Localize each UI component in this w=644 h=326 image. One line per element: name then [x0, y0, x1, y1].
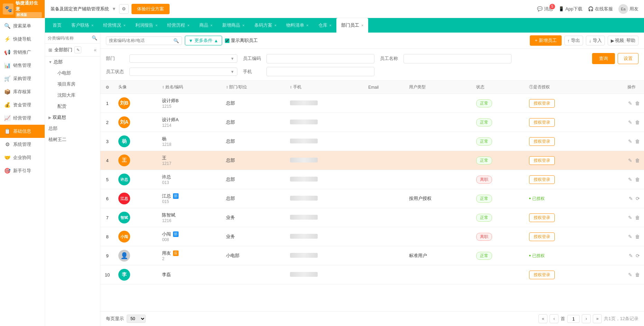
- dept-item-shuangting[interactable]: ▶ 双庭想: [45, 112, 100, 123]
- tab-bom-close[interactable]: ×: [306, 23, 308, 27]
- dept-item-distribution[interactable]: 配货: [51, 101, 100, 112]
- delete-button-row4[interactable]: 🗑: [635, 158, 640, 163]
- sidebar-item-enterprise[interactable]: 🤝 企业协同: [0, 151, 45, 164]
- emp-name-input[interactable]: [403, 54, 511, 63]
- edit-button-row1[interactable]: ✎: [628, 100, 632, 106]
- dept-item-zongbu[interactable]: 总部: [45, 123, 100, 134]
- page-number-input[interactable]: [567, 315, 580, 323]
- last-page-button[interactable]: »: [593, 314, 602, 323]
- resigned-checkbox-input[interactable]: [225, 38, 229, 43]
- gear-button[interactable]: ⚙: [119, 4, 129, 14]
- auth-button-row1[interactable]: 授权登录: [529, 99, 555, 108]
- prev-page-button[interactable]: ‹: [550, 314, 559, 323]
- dept-search-input[interactable]: [48, 36, 90, 41]
- sidebar-item-system[interactable]: ⚙ 系统管理: [0, 138, 45, 151]
- sidebar-item-search[interactable]: 🔍 搜索菜单: [0, 19, 45, 33]
- dept-collapse-button[interactable]: «: [94, 47, 97, 53]
- dept-select[interactable]: ▼: [129, 54, 237, 63]
- delete-button-row6[interactable]: ⟳: [636, 196, 640, 201]
- tab-warehouse-close[interactable]: ×: [329, 23, 332, 27]
- first-page-button[interactable]: «: [538, 314, 547, 323]
- tab-employees[interactable]: 部门员工×: [336, 18, 368, 33]
- show-resigned-checkbox[interactable]: 显示离职员工: [225, 37, 258, 44]
- auth-button-row10[interactable]: 授权登录: [529, 271, 555, 279]
- dept-item-shenyang[interactable]: 沈阳大库: [51, 90, 100, 101]
- emp-code-input[interactable]: [266, 54, 374, 63]
- sidebar-item-guide[interactable]: 🎯 新手引导: [0, 164, 45, 177]
- edit-button-row5[interactable]: ✎: [628, 177, 632, 182]
- sidebar-item-marketing[interactable]: 📢 营销推广: [0, 46, 45, 59]
- col-phone[interactable]: ↕ 手机: [286, 81, 364, 94]
- edit-button-row6[interactable]: ✎: [629, 196, 633, 201]
- tab-bom[interactable]: 物料清单×: [281, 18, 313, 33]
- edit-button-row7[interactable]: ✎: [628, 215, 632, 220]
- tab-operations[interactable]: 经营情况×: [98, 18, 130, 33]
- delete-button-row10[interactable]: 🗑: [635, 272, 640, 277]
- sidebar-item-operations[interactable]: 📈 经营管理: [0, 112, 45, 125]
- online-support-button[interactable]: 🎧 在线客服: [588, 6, 613, 12]
- tab-history[interactable]: 经营历程×: [162, 18, 194, 33]
- tab-operations-close[interactable]: ×: [123, 23, 125, 27]
- tab-barcode[interactable]: 条码方案×: [250, 18, 281, 33]
- edit-button-row10[interactable]: ✎: [628, 272, 632, 277]
- user-menu[interactable]: Ea 用友: [618, 4, 638, 14]
- app-download-button[interactable]: 📱 App下载: [559, 6, 582, 12]
- dept-item-zhishu[interactable]: 植树王二: [45, 134, 100, 145]
- tab-customer-close[interactable]: ×: [91, 23, 93, 27]
- dept-item-headquarters-parent[interactable]: ▼ 总部: [45, 56, 100, 68]
- sidebar-item-inventory[interactable]: 📦 库存核算: [0, 85, 45, 98]
- delete-button-row7[interactable]: 🗑: [635, 215, 640, 220]
- trial-button[interactable]: 体验行业方案: [131, 4, 170, 14]
- auth-button-row4[interactable]: 授权登录: [529, 156, 555, 165]
- tab-home[interactable]: 首页: [48, 18, 66, 33]
- auth-button-row2[interactable]: 授权登录: [529, 118, 555, 127]
- setting-button[interactable]: 设置: [618, 53, 638, 64]
- delete-button-row9[interactable]: ⟳: [636, 253, 640, 258]
- dept-item-projectroom[interactable]: 项目库房: [51, 79, 100, 90]
- view-button[interactable]: ▶ 视频 | 帮助: [608, 36, 638, 45]
- add-employee-button[interactable]: + 新增员工: [530, 35, 561, 46]
- sidebar-item-purchase[interactable]: 🛒 采购管理: [0, 72, 45, 85]
- dept-edit-button[interactable]: ✎: [74, 46, 81, 53]
- edit-button-row2[interactable]: ✎: [628, 120, 632, 125]
- sidebar-item-basic[interactable]: 📋 基础信息: [0, 125, 45, 138]
- auth-button-row8[interactable]: 授权登录: [529, 232, 555, 241]
- tab-customer[interactable]: 客户联络×: [66, 18, 98, 33]
- tab-new-goods[interactable]: 新增商品×: [217, 18, 249, 33]
- tab-goods[interactable]: 商品×: [194, 18, 217, 33]
- tab-goods-close[interactable]: ×: [210, 23, 212, 27]
- delete-button-row5[interactable]: 🗑: [635, 177, 640, 182]
- auth-button-row5[interactable]: 授权登录: [529, 175, 555, 184]
- delete-button-row1[interactable]: 🗑: [635, 100, 640, 106]
- tab-barcode-close[interactable]: ×: [274, 23, 276, 27]
- delete-button-row3[interactable]: 🗑: [635, 139, 640, 144]
- message-button[interactable]: 💬 消息 5: [537, 6, 553, 12]
- sidebar-item-sales[interactable]: 📊 销售管理: [0, 59, 45, 72]
- tab-profit[interactable]: 利润报告×: [130, 18, 162, 33]
- delete-button-row8[interactable]: 🗑: [635, 234, 640, 239]
- export-button[interactable]: ↑ 导出: [564, 36, 583, 45]
- employee-search-input[interactable]: [109, 38, 172, 43]
- tab-new-goods-close[interactable]: ×: [242, 23, 244, 27]
- phone-input[interactable]: [266, 67, 374, 76]
- more-filters-button[interactable]: ▼ 更多条件 ▲: [185, 36, 222, 45]
- next-page-button[interactable]: ›: [582, 314, 591, 323]
- import-button[interactable]: ↓ 导入: [586, 36, 605, 45]
- search-button[interactable]: 查询: [592, 53, 615, 64]
- dept-item-electronics[interactable]: 小电部: [51, 68, 100, 79]
- col-name-code[interactable]: ↕ 姓名/编码: [158, 81, 222, 94]
- delete-button-row2[interactable]: 🗑: [635, 120, 640, 125]
- edit-button-row4[interactable]: ✎: [628, 158, 632, 163]
- tab-profit-close[interactable]: ×: [155, 23, 157, 27]
- sidebar-item-finance[interactable]: 💰 资金管理: [0, 98, 45, 112]
- auth-button-row7[interactable]: 授权登录: [529, 213, 555, 222]
- sidebar-item-shortcut[interactable]: ⚡ 快捷导航: [0, 33, 45, 46]
- per-page-select[interactable]: 50 10 20 100: [127, 315, 146, 323]
- col-settings[interactable]: ⚙: [100, 81, 114, 94]
- edit-button-row8[interactable]: ✎: [628, 234, 632, 239]
- edit-button-row3[interactable]: ✎: [628, 139, 632, 144]
- tab-history-close[interactable]: ×: [187, 23, 189, 27]
- status-select[interactable]: ▼: [129, 68, 237, 76]
- auth-button-row3[interactable]: 授权登录: [529, 137, 555, 146]
- tab-warehouse[interactable]: 仓库×: [314, 18, 336, 33]
